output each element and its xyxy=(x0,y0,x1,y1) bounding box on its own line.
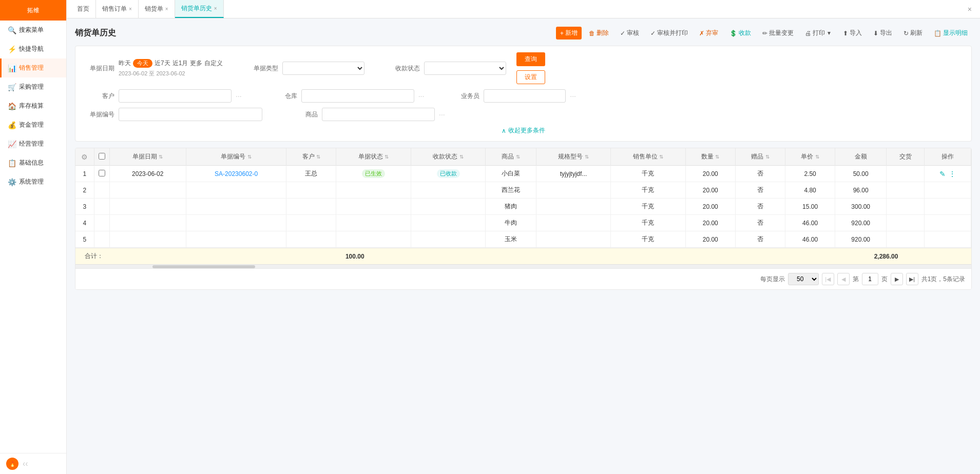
delete-button[interactable]: 🗑 删除 xyxy=(585,27,613,40)
cell-index: 3 xyxy=(75,199,94,215)
print-button[interactable]: 🖨 打印 ▼ xyxy=(801,27,836,40)
goods-dots[interactable]: ··· xyxy=(439,110,445,118)
staff-input[interactable] xyxy=(484,89,566,103)
tab-invoice[interactable]: 销货单 × xyxy=(139,0,175,18)
warehouse-input[interactable] xyxy=(301,89,414,103)
set-button[interactable]: 设置 xyxy=(516,70,545,84)
tab-sales-order[interactable]: 销售订单 × xyxy=(96,0,139,18)
sort-price-icon[interactable]: ⇅ xyxy=(815,154,819,160)
col-doc-status-label: 单据状态 xyxy=(358,153,383,160)
sidebar-item-finance[interactable]: 💰 资金管理 xyxy=(0,115,66,134)
tab-invoice-close[interactable]: × xyxy=(165,6,168,12)
date-yesterday[interactable]: 昨天 xyxy=(119,59,131,68)
close-all-tabs[interactable]: × xyxy=(964,5,976,13)
more-icon[interactable]: ⋮ xyxy=(949,170,956,178)
first-page-button[interactable]: |◀ xyxy=(822,273,834,285)
page-number-input[interactable] xyxy=(862,273,878,285)
cell-delivery xyxy=(887,182,925,199)
audit-print-button[interactable]: ✓ 审核并打印 xyxy=(646,27,692,40)
collect-button[interactable]: 💲 收款 xyxy=(725,27,755,40)
page-size-select[interactable]: 50 100 200 xyxy=(788,273,819,285)
user-avatar[interactable]: 🔥 xyxy=(6,458,18,470)
cell-goods: 牛肉 xyxy=(486,215,536,231)
select-all-checkbox[interactable] xyxy=(99,153,105,160)
sort-spec-icon[interactable]: ⇅ xyxy=(585,154,589,160)
sort-gift-icon[interactable]: ⇅ xyxy=(765,154,770,160)
sidebar-item-quick-nav[interactable]: ⚡ 快捷导航 xyxy=(0,40,66,58)
cell-action: ✎ ⋮ xyxy=(925,166,971,182)
sort-date-icon[interactable]: ⇅ xyxy=(159,154,163,160)
sidebar-item-sys-mgmt[interactable]: ⚙️ 系统管理 xyxy=(0,172,66,191)
doc-no-label: 单据编号 xyxy=(84,110,114,119)
sidebar-item-basic-info[interactable]: 📋 基础信息 xyxy=(0,153,66,172)
batch-change-button[interactable]: ✏ 批量变更 xyxy=(758,27,798,40)
date-custom[interactable]: 自定义 xyxy=(204,59,223,68)
sort-customer-icon[interactable]: ⇅ xyxy=(316,154,320,160)
sidebar-item-label: 经营管理 xyxy=(19,140,44,148)
horizontal-scrollbar[interactable] xyxy=(75,264,971,268)
cell-amount: 920.00 xyxy=(835,231,887,248)
staff-dots[interactable]: ··· xyxy=(570,92,576,100)
next-page-button[interactable]: ▶ xyxy=(891,273,903,285)
sort-doc-status-icon[interactable]: ⇅ xyxy=(385,154,389,160)
import-button[interactable]: ⬆ 导入 xyxy=(839,27,866,40)
revoke-button[interactable]: ✗ 弃审 xyxy=(695,27,722,40)
cell-gift: 否 xyxy=(735,199,785,215)
show-detail-button[interactable]: 📋 显示明细 xyxy=(930,27,972,40)
cell-date xyxy=(109,182,186,199)
new-button[interactable]: + 新增 xyxy=(556,27,582,40)
doc-no-link[interactable]: SA-20230602-0 xyxy=(215,170,258,177)
sidebar-collapse-btn[interactable]: ‹‹ xyxy=(23,459,28,468)
sidebar-item-purchase[interactable]: 🛒 采购管理 xyxy=(0,77,66,96)
audit-button[interactable]: ✓ 审核 xyxy=(616,27,643,40)
col-amount-label: 金额 xyxy=(855,153,867,160)
cell-pay-status xyxy=(411,215,485,231)
scrollbar-thumb[interactable] xyxy=(152,265,255,268)
col-customer-label: 客户 xyxy=(302,153,315,160)
last-page-button[interactable]: ▶| xyxy=(906,273,918,285)
sidebar-item-inventory[interactable]: 🏠 库存核算 xyxy=(0,96,66,115)
sidebar-item-search-menu[interactable]: 🔍 搜索菜单 xyxy=(0,21,66,40)
refresh-button[interactable]: ↻ 刷新 xyxy=(899,27,927,40)
customer-input[interactable] xyxy=(119,89,232,103)
goods-input[interactable] xyxy=(322,108,435,121)
doc-no-input[interactable] xyxy=(119,108,262,121)
row-checkbox[interactable] xyxy=(99,170,105,176)
prev-page-button[interactable]: ◀ xyxy=(837,273,850,285)
sidebar-item-sales[interactable]: 📊 销售管理 xyxy=(0,58,66,77)
page-content: 销货单历史 + 新增 🗑 删除 ✓ 审核 ✓ 审核并打印 xyxy=(67,18,980,474)
collect-icon: 💲 xyxy=(729,30,737,37)
edit-icon[interactable]: ✎ xyxy=(939,170,946,178)
inventory-icon: 🏠 xyxy=(8,102,16,110)
quick-nav-icon: ⚡ xyxy=(8,45,16,53)
tab-home[interactable]: 首页 xyxy=(71,0,96,18)
cell-action xyxy=(925,182,971,199)
sidebar-item-operations[interactable]: 📈 经营管理 xyxy=(0,134,66,153)
table-settings-icon[interactable]: ⚙ xyxy=(81,153,88,161)
tab-invoice-history[interactable]: 销货单历史 × xyxy=(175,0,224,18)
doc-type-select[interactable] xyxy=(282,62,364,75)
date-1month[interactable]: 近1月 xyxy=(172,59,188,68)
date-today[interactable]: 今天 xyxy=(133,59,152,68)
customer-dots[interactable]: ··· xyxy=(236,92,242,100)
collect-label: 收款 xyxy=(739,29,751,37)
sort-qty-icon[interactable]: ⇅ xyxy=(715,154,719,160)
sort-unit-icon[interactable]: ⇅ xyxy=(659,154,663,160)
col-price-label: 单价 xyxy=(801,153,813,160)
table-row: 1 2023-06-02 SA-20230602-0 王总 已生效 已收款 小白… xyxy=(75,166,971,182)
import-icon: ⬆ xyxy=(843,30,848,37)
sort-doc-no-icon[interactable]: ⇅ xyxy=(247,154,252,160)
cell-unit: 千克 xyxy=(611,182,685,199)
export-button[interactable]: ⬇ 导出 xyxy=(869,27,896,40)
sort-pay-status-icon[interactable]: ⇅ xyxy=(459,154,464,160)
collapse-button[interactable]: ∧ 收起更多条件 xyxy=(84,126,963,135)
col-spec-label: 规格型号 xyxy=(558,153,583,160)
pay-status-select[interactable] xyxy=(424,62,506,75)
date-more[interactable]: 更多 xyxy=(190,59,202,68)
tab-sales-order-close[interactable]: × xyxy=(129,6,132,12)
query-button[interactable]: 查询 xyxy=(516,52,545,66)
warehouse-dots[interactable]: ··· xyxy=(418,92,425,100)
tab-invoice-history-close[interactable]: × xyxy=(214,6,217,11)
date-7days[interactable]: 近7天 xyxy=(155,59,170,68)
sort-goods-icon[interactable]: ⇅ xyxy=(516,154,520,160)
